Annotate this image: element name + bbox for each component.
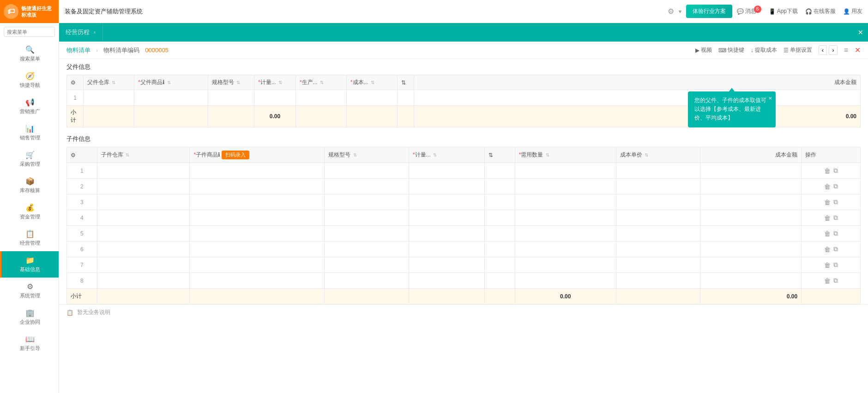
close-panel-icon[interactable]: ✕	[855, 46, 861, 54]
parent-warehouse-cell[interactable]	[84, 90, 134, 106]
list-view-icon[interactable]: ≡	[844, 46, 848, 54]
child-spec-cell[interactable]	[325, 179, 409, 194]
breadcrumb-parent[interactable]: 物料清单	[66, 46, 90, 54]
sidebar-item-sales[interactable]: 📊销售管理	[0, 120, 59, 146]
child-warehouse-cell[interactable]	[97, 226, 190, 242]
child-warehouse-cell[interactable]	[97, 242, 190, 257]
child-qty-cell[interactable]	[515, 226, 616, 242]
copy-row-icon[interactable]: ⧉	[833, 182, 838, 190]
parent-goods-cell[interactable]	[134, 90, 208, 106]
child-goods-cell[interactable]	[190, 194, 325, 210]
child-goods-cell[interactable]	[190, 179, 325, 194]
delete-row-icon[interactable]: 🗑	[824, 167, 831, 175]
search-input[interactable]	[4, 27, 55, 37]
child-unit-price-cell[interactable]	[616, 210, 700, 226]
shortcuts-link[interactable]: ⌨ 快捷键	[718, 46, 744, 54]
child-unit-price-cell[interactable]	[616, 179, 700, 194]
child-spec-cell[interactable]	[325, 194, 409, 210]
child-unit-price-cell[interactable]	[616, 257, 700, 273]
sidebar-item-marketing[interactable]: 📢营销推广	[0, 93, 59, 120]
child-unit-cell[interactable]	[409, 242, 484, 257]
sidebar-item-finance[interactable]: 💰资金管理	[0, 199, 59, 225]
child-qty-cell[interactable]	[515, 242, 616, 257]
child-qty-cell[interactable]	[515, 163, 616, 179]
child-qty-cell[interactable]	[515, 210, 616, 226]
child-unit-cell[interactable]	[409, 257, 484, 273]
child-warehouse-cell[interactable]	[97, 163, 190, 179]
child-spec-cell[interactable]	[325, 257, 409, 273]
tab-close-icon[interactable]: ×	[93, 30, 96, 35]
view-link[interactable]: ▶ 视频	[695, 46, 712, 54]
prev-arrow[interactable]: ‹	[819, 45, 827, 55]
sidebar-item-guide[interactable]: 📖新手引导	[0, 330, 59, 357]
gear-icon[interactable]: ⚙	[668, 7, 674, 16]
sidebar-item-operations[interactable]: 📋经营管理	[0, 225, 59, 251]
sidebar-item-quick-nav[interactable]: 🧭快捷导航	[0, 67, 59, 93]
child-spec-cell[interactable]	[325, 210, 409, 226]
child-unit-cell[interactable]	[409, 163, 484, 179]
child-warehouse-cell[interactable]	[97, 273, 190, 289]
copy-row-icon[interactable]: ⧉	[833, 277, 838, 284]
child-goods-cell[interactable]	[190, 257, 325, 273]
child-unit-price-cell[interactable]	[616, 273, 700, 289]
child-goods-cell[interactable]	[190, 210, 325, 226]
child-warehouse-cell[interactable]	[97, 257, 190, 273]
child-spec-cell[interactable]	[325, 226, 409, 242]
tooltip-close-icon[interactable]: ×	[768, 94, 772, 103]
parent-col-gear[interactable]: ⚙	[67, 75, 84, 90]
copy-row-icon[interactable]: ⧉	[833, 230, 838, 237]
child-spec-cell[interactable]	[325, 163, 409, 179]
child-unit-price-cell[interactable]	[616, 242, 700, 257]
nav-tab-history[interactable]: 经营历程×	[59, 23, 103, 42]
delete-row-icon[interactable]: 🗑	[824, 261, 831, 269]
child-unit-cell[interactable]	[409, 210, 484, 226]
copy-row-icon[interactable]: ⧉	[833, 214, 838, 222]
copy-row-icon[interactable]: ⧉	[833, 261, 838, 269]
scan-btn[interactable]: 扫码录入	[222, 151, 249, 159]
child-unit-cell[interactable]	[409, 273, 484, 289]
sidebar-item-basic-info[interactable]: 📁基础信息	[0, 251, 59, 278]
copy-row-icon[interactable]: ⧉	[833, 167, 838, 175]
delete-row-icon[interactable]: 🗑	[824, 230, 831, 237]
sidebar-item-inventory[interactable]: 📦库存核算	[0, 172, 59, 199]
sidebar-item-purchase[interactable]: 🛒采购管理	[0, 146, 59, 172]
child-unit-cell[interactable]	[409, 194, 484, 210]
delete-row-icon[interactable]: 🗑	[824, 199, 831, 206]
online-service-link[interactable]: 🎧 在线客服	[805, 7, 836, 15]
child-warehouse-cell[interactable]	[97, 194, 190, 210]
child-spec-cell[interactable]	[325, 273, 409, 289]
child-spec-cell[interactable]	[325, 242, 409, 257]
close-all-tabs-icon[interactable]: ✕	[853, 29, 868, 36]
child-qty-cell[interactable]	[515, 257, 616, 273]
child-goods-cell[interactable]	[190, 226, 325, 242]
parent-produce-cell[interactable]	[296, 90, 347, 106]
child-qty-cell[interactable]	[515, 273, 616, 289]
delete-row-icon[interactable]: 🗑	[824, 214, 831, 222]
child-unit-cell[interactable]	[409, 226, 484, 242]
message-link[interactable]: 💬 消息 6	[737, 7, 761, 15]
single-settings-link[interactable]: ☰ 单据设置	[784, 46, 812, 54]
child-qty-cell[interactable]	[515, 179, 616, 194]
child-unit-price-cell[interactable]	[616, 226, 700, 242]
child-unit-price-cell[interactable]	[616, 194, 700, 210]
child-warehouse-cell[interactable]	[97, 210, 190, 226]
parent-spec-cell[interactable]	[208, 90, 254, 106]
parent-cost-cell[interactable]	[347, 90, 398, 106]
sidebar-item-system[interactable]: ⚙系统管理	[0, 278, 59, 304]
child-warehouse-cell[interactable]	[97, 179, 190, 194]
delete-row-icon[interactable]: 🗑	[824, 183, 831, 190]
child-qty-cell[interactable]	[515, 194, 616, 210]
child-goods-cell[interactable]	[190, 273, 325, 289]
delete-row-icon[interactable]: 🗑	[824, 277, 831, 284]
child-goods-cell[interactable]	[190, 163, 325, 179]
child-goods-cell[interactable]	[190, 242, 325, 257]
child-unit-price-cell[interactable]	[616, 163, 700, 179]
app-download-link[interactable]: 📱 App下载	[769, 7, 798, 15]
trial-button[interactable]: 体验行业方案	[686, 5, 732, 18]
copy-row-icon[interactable]: ⧉	[833, 198, 838, 206]
user-avatar[interactable]: 👤 用友	[843, 7, 862, 15]
get-cost-link[interactable]: ↓ 提取成本	[751, 46, 777, 54]
sidebar-item-enterprise[interactable]: 🏢企业协同	[0, 304, 59, 330]
child-col-gear[interactable]: ⚙	[67, 147, 97, 163]
next-arrow[interactable]: ›	[829, 45, 837, 55]
